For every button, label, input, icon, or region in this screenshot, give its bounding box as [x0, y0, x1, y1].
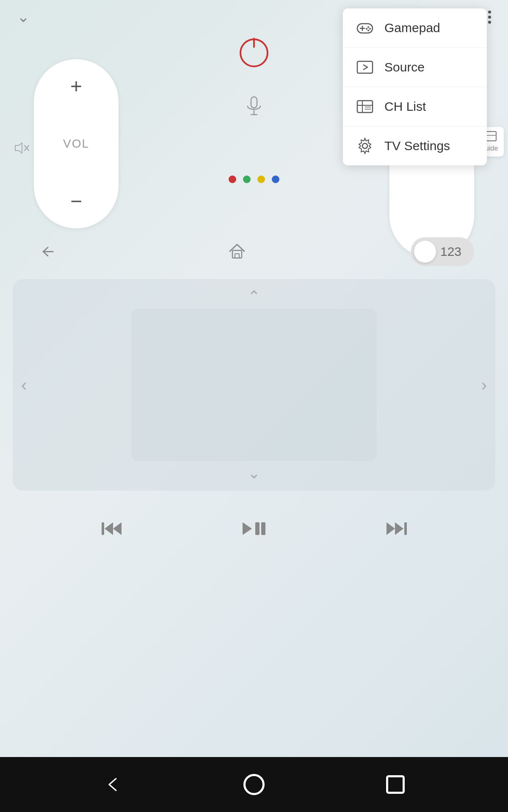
svg-point-13 — [362, 143, 367, 148]
svg-marker-28 — [243, 522, 252, 535]
toggle-indicator — [414, 241, 436, 263]
svg-rect-33 — [404, 522, 407, 535]
menu-item-source[interactable]: Source — [343, 48, 487, 87]
svg-point-3 — [367, 26, 369, 28]
power-button[interactable] — [237, 36, 271, 70]
svg-rect-24 — [235, 254, 239, 258]
ch-list-icon — [356, 97, 374, 116]
dropdown-menu: Gamepad Source CH List — [343, 8, 487, 165]
menu-item-tv-settings[interactable]: TV Settings — [343, 126, 487, 165]
red-dot-button[interactable] — [229, 176, 236, 183]
source-icon — [356, 58, 374, 77]
touchpad-left-arrow[interactable]: ‹ — [21, 376, 27, 395]
play-pause-button[interactable] — [237, 512, 271, 546]
more-options-button[interactable] — [488, 11, 491, 24]
fast-forward-button[interactable] — [378, 512, 412, 546]
svg-marker-14 — [15, 143, 22, 153]
touchpad-surface[interactable] — [131, 309, 377, 461]
mute-button[interactable] — [13, 140, 30, 156]
back-button[interactable] — [34, 237, 64, 266]
svg-rect-20 — [251, 97, 257, 108]
touchpad-up-arrow[interactable]: ⌃ — [248, 288, 260, 305]
svg-rect-8 — [357, 101, 373, 112]
android-back-button[interactable] — [103, 775, 122, 794]
volume-control: + VOL − — [34, 59, 119, 228]
tv-settings-label: TV Settings — [384, 139, 450, 153]
rewind-button[interactable] — [96, 512, 130, 546]
gamepad-label: Gamepad — [384, 21, 440, 35]
microphone-button[interactable] — [243, 95, 265, 116]
svg-point-6 — [367, 30, 369, 31]
svg-marker-26 — [113, 522, 121, 535]
android-home-button[interactable] — [243, 774, 265, 795]
touchpad-right-arrow[interactable]: › — [481, 376, 487, 395]
svg-rect-27 — [102, 522, 104, 535]
svg-marker-32 — [387, 522, 395, 535]
green-dot-button[interactable] — [243, 176, 251, 183]
touchpad-down-arrow[interactable]: ⌄ — [248, 464, 260, 482]
source-label: Source — [384, 60, 425, 74]
ch-list-label: CH List — [384, 99, 426, 114]
navigation-controls: 123 — [0, 237, 508, 266]
svg-marker-25 — [105, 522, 113, 535]
svg-marker-31 — [395, 522, 403, 535]
touchpad-area[interactable]: ⌃ ⌄ ‹ › — [13, 279, 495, 491]
android-recents-button[interactable] — [386, 775, 405, 794]
svg-rect-29 — [255, 522, 260, 535]
collapse-chevron-icon[interactable]: ⌄ — [17, 8, 30, 26]
volume-up-button[interactable]: + — [70, 76, 82, 96]
blue-dot-button[interactable] — [272, 176, 279, 183]
svg-rect-30 — [261, 522, 265, 535]
tv-settings-icon — [356, 137, 374, 155]
yellow-dot-button[interactable] — [257, 176, 265, 183]
volume-label: VOL — [63, 137, 89, 151]
svg-rect-7 — [357, 61, 373, 73]
number-toggle[interactable]: 123 — [411, 237, 474, 266]
power-circle-icon — [240, 38, 268, 67]
menu-item-gamepad[interactable]: Gamepad — [343, 8, 487, 48]
home-button[interactable] — [222, 237, 252, 266]
color-dots — [229, 176, 279, 183]
gamepad-icon — [356, 19, 374, 37]
svg-point-4 — [369, 28, 371, 30]
svg-point-5 — [366, 28, 367, 30]
volume-down-button[interactable]: − — [70, 191, 82, 211]
toggle-label: 123 — [440, 244, 461, 259]
media-controls — [0, 512, 508, 546]
android-navigation-bar — [0, 757, 508, 812]
menu-item-ch-list[interactable]: CH List — [343, 87, 487, 126]
